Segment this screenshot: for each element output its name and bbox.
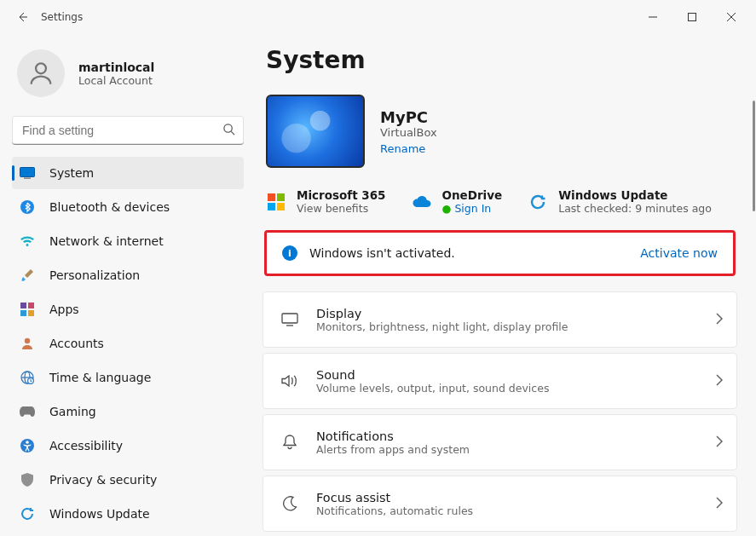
nav-label: Personalization	[49, 268, 140, 282]
minimize-button[interactable]	[633, 3, 672, 31]
scrollbar-thumb[interactable]	[753, 101, 755, 211]
search-icon	[222, 123, 235, 138]
setting-card-display[interactable]: Display Monitors, brightness, night ligh…	[263, 291, 737, 348]
chevron-right-icon	[716, 374, 723, 389]
svg-point-15	[26, 441, 29, 444]
svg-rect-6	[20, 303, 26, 308]
chevron-right-icon	[716, 435, 723, 450]
nav-item-gaming[interactable]: Gaming	[12, 395, 244, 428]
nav-item-apps[interactable]: Apps	[12, 293, 244, 326]
nav-label: Privacy & security	[49, 473, 157, 487]
card-title: Display	[316, 307, 699, 320]
person-icon	[19, 337, 36, 350]
info-icon: i	[282, 245, 297, 261]
gamepad-icon	[19, 406, 36, 417]
nav-item-system[interactable]: System	[12, 157, 244, 189]
nav-label: Bluetooth & devices	[49, 200, 170, 214]
nav-item-windows-update[interactable]: Windows Update	[12, 498, 244, 530]
card-sub: Alerts from apps and system	[316, 443, 699, 456]
activation-message: Windows isn't activated.	[309, 246, 628, 260]
bell-icon	[280, 435, 299, 450]
setting-card-sound[interactable]: Sound Volume levels, output, input, soun…	[263, 353, 737, 409]
svg-rect-9	[28, 310, 34, 316]
maximize-button[interactable]	[672, 3, 712, 31]
nav-label: Apps	[49, 303, 79, 316]
services-row: Microsoft 365 View benefits OneDrive ●Si…	[266, 188, 737, 215]
bluetooth-icon	[19, 200, 36, 214]
person-icon	[26, 59, 55, 88]
chevron-right-icon	[716, 497, 723, 511]
status-dot-icon: ●	[442, 202, 452, 215]
sidebar: martinlocal Local Account System Bluetoo…	[0, 34, 256, 536]
content-scrollbar[interactable]	[751, 34, 756, 536]
maximize-icon	[688, 13, 696, 21]
user-name: martinlocal	[78, 61, 154, 74]
service-title: OneDrive	[442, 188, 503, 202]
service-title: Windows Update	[558, 188, 712, 202]
avatar	[17, 49, 65, 97]
shield-icon	[19, 473, 36, 487]
back-button[interactable]	[5, 0, 39, 34]
svg-rect-18	[268, 203, 275, 210]
service-title: Microsoft 365	[297, 188, 386, 202]
window-controls	[633, 3, 751, 31]
card-sub: Volume levels, output, input, sound devi…	[316, 382, 699, 395]
nav-label: Accounts	[49, 337, 104, 350]
nav-label: System	[49, 166, 94, 180]
svg-rect-17	[277, 193, 285, 201]
update-icon	[19, 507, 36, 521]
setting-card-focus-assist[interactable]: Focus assist Notifications, automatic ru…	[263, 475, 737, 532]
activation-banner[interactable]: i Windows isn't activated. Activate now	[264, 230, 736, 276]
nav-item-bluetooth[interactable]: Bluetooth & devices	[12, 191, 244, 223]
service-m365[interactable]: Microsoft 365 View benefits	[266, 188, 386, 215]
rename-link[interactable]: Rename	[380, 142, 425, 155]
activate-now-link[interactable]: Activate now	[640, 246, 718, 260]
close-button[interactable]	[712, 3, 751, 31]
svg-rect-7	[28, 303, 34, 308]
svg-rect-8	[20, 310, 26, 316]
nav-item-privacy[interactable]: Privacy & security	[12, 464, 244, 496]
user-block[interactable]: martinlocal Local Account	[12, 34, 244, 112]
nav-label: Time & language	[49, 371, 151, 384]
svg-rect-0	[689, 14, 696, 21]
device-model: VirtualBox	[380, 126, 437, 139]
chevron-right-icon	[716, 313, 723, 327]
search-wrap	[12, 116, 244, 145]
card-sub: Notifications, automatic rules	[316, 504, 699, 517]
card-title: Notifications	[316, 429, 699, 443]
service-onedrive[interactable]: OneDrive ●Sign In	[412, 188, 503, 215]
content-pane: System MyPC VirtualBox Rename Microsoft …	[256, 34, 756, 536]
device-wallpaper-preview	[266, 95, 365, 168]
card-title: Focus assist	[316, 491, 699, 504]
nav-item-accessibility[interactable]: Accessibility	[12, 429, 244, 462]
service-windows-update[interactable]: Windows Update Last checked: 9 minutes a…	[528, 188, 712, 215]
service-sub: Last checked: 9 minutes ago	[558, 202, 712, 215]
setting-card-notifications[interactable]: Notifications Alerts from apps and syste…	[263, 414, 737, 470]
svg-point-10	[25, 338, 30, 343]
update-icon	[528, 192, 548, 212]
svg-point-1	[36, 63, 46, 73]
svg-rect-3	[20, 168, 35, 177]
nav-item-accounts[interactable]: Accounts	[12, 327, 244, 360]
titlebar: Settings	[0, 0, 756, 34]
nav-item-time-language[interactable]: Time & language	[12, 361, 244, 394]
nav-label: Accessibility	[49, 439, 123, 452]
svg-rect-4	[24, 178, 31, 179]
card-title: Sound	[316, 368, 699, 382]
card-sub: Monitors, brightness, night light, displ…	[316, 320, 699, 333]
nav-item-personalization[interactable]: Personalization	[12, 259, 244, 291]
nav-item-network[interactable]: Network & internet	[12, 225, 244, 257]
wifi-icon	[19, 235, 36, 247]
account-type: Local Account	[78, 74, 154, 87]
close-icon	[727, 13, 736, 21]
page-title: System	[266, 46, 737, 74]
svg-rect-16	[268, 193, 275, 201]
minimize-icon	[649, 13, 657, 21]
apps-icon	[19, 303, 36, 316]
svg-rect-19	[277, 203, 285, 210]
search-input[interactable]	[12, 116, 244, 145]
microsoft-365-icon	[266, 192, 286, 212]
svg-point-2	[224, 124, 232, 132]
nav-label: Windows Update	[49, 507, 150, 521]
device-info-row: MyPC VirtualBox Rename	[266, 95, 737, 168]
